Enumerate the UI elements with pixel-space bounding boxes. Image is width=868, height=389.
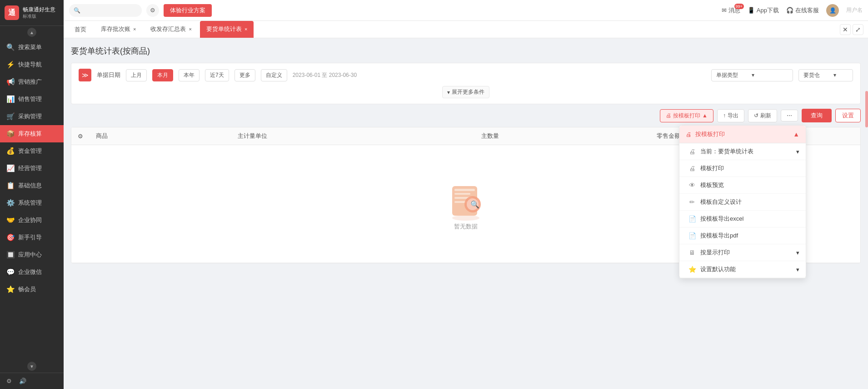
- topbar: 🔍 ⚙ 体验行业方案 ✉ 消息 99+ 📱 App下载 🎧 在线客服 👤 用户名: [64, 0, 868, 21]
- date-btn-this-year[interactable]: 本年: [179, 69, 200, 81]
- speaker-bottom-icon[interactable]: 🔊: [19, 378, 26, 384]
- sidebar-label-quicknav: 快捷导航: [18, 61, 42, 69]
- print-template-btn[interactable]: 🖨 按模板打印 ▲: [660, 109, 713, 122]
- template-design-icon: ✏: [688, 198, 696, 206]
- date-btn-custom[interactable]: 自定义: [261, 69, 287, 81]
- sidebar-item-system[interactable]: ⚙️ 系统管理: [0, 194, 64, 212]
- more-btn[interactable]: ⋯: [781, 110, 798, 121]
- topbar-trial-btn[interactable]: 体验行业方案: [164, 4, 212, 17]
- topbar-online-service[interactable]: 🎧 在线客服: [786, 6, 819, 15]
- window-maximize-btn[interactable]: ⤢: [853, 24, 863, 35]
- sidebar-item-collab[interactable]: 🤝 企业协同: [0, 212, 64, 229]
- sidebar-label-finance: 资金管理: [18, 147, 42, 155]
- date-btn-last-month[interactable]: 上月: [126, 69, 147, 81]
- dropdown-set-default[interactable]: ⭐ 设置默认功能 ▾: [679, 261, 806, 278]
- print-dropdown: 🖨 按模板打印 ▲ 🖨 当前：要货单统计表 ▾ 🖨 模板打印: [679, 125, 806, 278]
- resize-handle[interactable]: [865, 91, 868, 127]
- sidebar-scroll-up[interactable]: ▲: [0, 26, 64, 39]
- sidebar-item-finance[interactable]: 💰 资金管理: [0, 142, 64, 160]
- refresh-btn[interactable]: ↺ 刷新: [748, 109, 777, 122]
- sidebar-label-appstore: 应用中心: [18, 251, 42, 259]
- col-settings[interactable]: ⚙: [71, 127, 90, 145]
- template-preview-icon: 👁: [688, 182, 696, 189]
- sidebar-label-wechat: 企业微信: [18, 268, 42, 276]
- col-unit: 主计量单位: [231, 127, 475, 145]
- export-pdf-icon: 📄: [688, 232, 696, 239]
- topbar-message-btn[interactable]: ✉ 消息 99+: [722, 6, 740, 15]
- sidebar-item-sales[interactable]: 📊 销售管理: [0, 91, 64, 108]
- content-area: 要货单统计表(按商品) ≫ 单据日期 上月 本月 本年 近7天 更多 自定义 2…: [64, 38, 868, 389]
- tab-collection-close[interactable]: ×: [189, 26, 191, 32]
- dropdown-template-design[interactable]: ✏ 模板自定义设计: [679, 194, 806, 211]
- appstore-icon: 🔲: [6, 251, 15, 259]
- current-item-icon: 🖨: [688, 148, 696, 155]
- dropdown-template-preview[interactable]: 👁 模板预览: [679, 177, 806, 194]
- col-product: 商品: [90, 127, 231, 145]
- query-btn[interactable]: 查询: [802, 109, 832, 122]
- window-close-btn[interactable]: ✕: [840, 24, 851, 35]
- export-btn[interactable]: ↑ 导出: [717, 109, 744, 122]
- print-dropdown-header[interactable]: 🖨 按模板打印 ▲: [679, 126, 806, 143]
- sidebar-label-purchase: 采购管理: [18, 112, 42, 121]
- type-filter-select[interactable]: 单据类型 ▾: [711, 69, 793, 81]
- date-btn-7days[interactable]: 近7天: [205, 69, 229, 81]
- sidebar-label-operation: 经营管理: [18, 164, 42, 172]
- message-badge: 99+: [734, 4, 744, 9]
- warehouse-filter-select[interactable]: 要货仓 ▾: [798, 69, 853, 81]
- date-btn-this-month[interactable]: 本月: [152, 69, 173, 81]
- message-icon: ✉: [722, 7, 727, 14]
- topbar-search-icon: 🔍: [74, 7, 80, 14]
- online-service-label: 在线客服: [795, 6, 819, 15]
- chevron-down-icon: ▾: [752, 72, 754, 78]
- tab-collection[interactable]: 收发存汇总表 ×: [144, 21, 198, 38]
- dropdown-collapse-icon[interactable]: ▲: [793, 131, 799, 138]
- topbar-search[interactable]: 🔍: [69, 4, 142, 17]
- sidebar-item-quicknav[interactable]: ⚡ 快捷导航: [0, 56, 64, 73]
- tab-order-stat-label: 要货单统计表: [206, 25, 242, 33]
- dropdown-template-print[interactable]: 🖨 模板打印: [679, 160, 806, 177]
- logo-title: 畅康通好生意: [23, 6, 55, 14]
- topbar-app-download[interactable]: 📱 App下载: [748, 6, 779, 15]
- sidebar-item-operation[interactable]: 📈 经营管理: [0, 160, 64, 177]
- filter-toggle-btn[interactable]: ≫: [79, 69, 91, 81]
- expand-filter-btn[interactable]: ▾ 展开更多条件: [442, 86, 489, 98]
- tab-order-stat[interactable]: 要货单统计表 ×: [200, 21, 254, 38]
- more-icon: ⋯: [787, 112, 792, 119]
- sidebar-item-wechat[interactable]: 💬 企业微信: [0, 263, 64, 281]
- dropdown-display-print[interactable]: 🖥 按显示打印 ▾: [679, 244, 806, 261]
- warehouse-filter-label: 要货仓: [803, 71, 820, 79]
- sidebar-item-basic[interactable]: 📋 基础信息: [0, 177, 64, 194]
- operation-icon: 📈: [6, 164, 15, 172]
- purchase-icon: 🛒: [6, 112, 15, 121]
- sidebar-scroll-down[interactable]: ▼: [0, 360, 64, 373]
- tab-collection-label: 收发存汇总表: [150, 25, 186, 33]
- tab-home[interactable]: 首页: [68, 21, 93, 38]
- print-chevron-up-icon: ▲: [702, 112, 708, 119]
- dropdown-current-item[interactable]: 🖨 当前：要货单统计表 ▾: [679, 143, 806, 160]
- set-default-icon: ⭐: [688, 266, 696, 273]
- sidebar-item-inventory[interactable]: 📦 库存核算: [0, 125, 64, 142]
- tab-order-stat-close[interactable]: ×: [244, 26, 247, 32]
- sidebar-item-member[interactable]: ⭐ 畅会员: [0, 281, 64, 298]
- tab-batch-close[interactable]: ×: [133, 26, 136, 32]
- settings-bottom-icon[interactable]: ⚙: [6, 378, 12, 384]
- basic-icon: 📋: [6, 182, 15, 190]
- tab-bar: 首页 库存批次账 × 收发存汇总表 × 要货单统计表 × ✕ ⤢: [64, 21, 868, 38]
- sidebar-item-appstore[interactable]: 🔲 应用中心: [0, 246, 64, 263]
- sidebar-item-newbie[interactable]: 🎯 新手引导: [0, 229, 64, 246]
- dropdown-export-pdf[interactable]: 📄 按模板导出pdf: [679, 227, 806, 244]
- export-excel-label: 按模板导出excel: [700, 215, 743, 223]
- topbar-gear-btn[interactable]: ⚙: [146, 4, 159, 17]
- settings-btn[interactable]: 设置: [835, 109, 861, 122]
- tab-home-label: 首页: [75, 25, 86, 34]
- search-icon: 🔍: [6, 43, 15, 51]
- topbar-avatar[interactable]: 👤: [826, 4, 839, 17]
- tab-batch[interactable]: 库存批次账 ×: [95, 21, 142, 38]
- sidebar-item-purchase[interactable]: 🛒 采购管理: [0, 108, 64, 125]
- filter-section: ≫ 单据日期 上月 本月 本年 近7天 更多 自定义 2023-06-01 至 …: [71, 63, 861, 104]
- dropdown-export-excel[interactable]: 📄 按模板导出excel: [679, 211, 806, 227]
- date-btn-more[interactable]: 更多: [234, 69, 255, 81]
- refresh-icon: ↺: [754, 112, 758, 119]
- sidebar-item-search[interactable]: 🔍 搜索菜单: [0, 39, 64, 56]
- sidebar-item-marketing[interactable]: 📢 营销推广: [0, 73, 64, 91]
